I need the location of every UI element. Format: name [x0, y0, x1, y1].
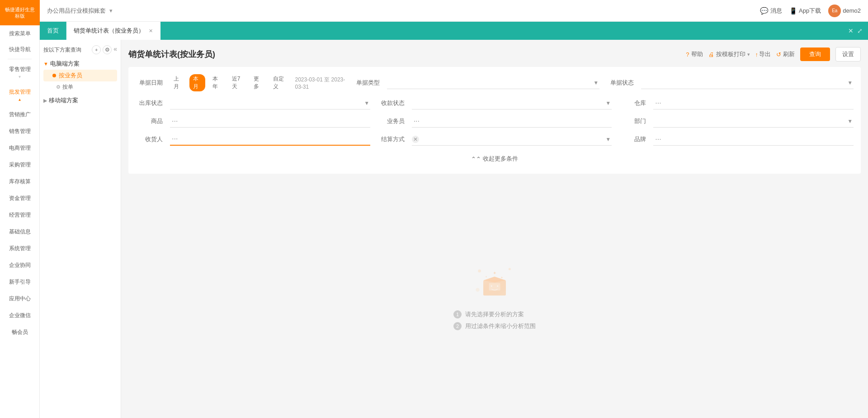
user-avatar[interactable]: Ea demo2: [828, 5, 861, 17]
tab-close-icon[interactable]: ✕: [149, 28, 153, 34]
out-status-control[interactable]: ▾: [170, 97, 370, 109]
sidebar-item-system[interactable]: 系统管理: [0, 240, 39, 257]
tab-sales-stat[interactable]: 销货单统计表（按业务员） ✕: [66, 22, 160, 40]
warehouse-control[interactable]: ···: [653, 97, 854, 109]
tip-text-1: 请先选择要分析的方案: [465, 310, 524, 318]
scheme-add-btn[interactable]: +: [92, 45, 101, 54]
filter-row-3: 商品 ··· 业务员 ··· 部门 ▾: [136, 115, 854, 128]
date-tab-thismonth[interactable]: 本月: [189, 74, 205, 91]
breadcrumb-dropdown-icon[interactable]: ▾: [109, 7, 113, 14]
tip-text-2: 用过滤条件来缩小分析范围: [465, 322, 536, 330]
sidebar-item-finance[interactable]: 资金管理: [0, 190, 39, 207]
date-tab-custom[interactable]: 自定义: [269, 74, 289, 91]
dropdown-arrow-icon: ▾: [849, 79, 852, 86]
scheme-group-desktop-title[interactable]: ▼ 电脑端方案: [43, 58, 117, 70]
svg-rect-5: [489, 283, 500, 291]
help-label: 帮助: [691, 50, 703, 58]
scheme-item-salesperson[interactable]: 按业务员: [43, 70, 117, 81]
close-window-icon[interactable]: ✕: [848, 27, 854, 34]
salesperson-control[interactable]: ···: [412, 115, 612, 128]
sidebar-item-search[interactable]: 搜索菜单: [0, 25, 39, 42]
tab-expand: ✕ ⤢: [843, 27, 868, 34]
export-btn[interactable]: ↑ 导出: [755, 50, 771, 58]
sidebar-label: 销售管理: [9, 128, 31, 135]
sidebar-item-basic[interactable]: 基础信息: [0, 223, 39, 240]
sidebar-item-corp[interactable]: 企业协同: [0, 257, 39, 274]
tab-home[interactable]: 首页: [40, 22, 66, 40]
print-btn[interactable]: 🖨 按模板打印 ▾: [708, 50, 750, 58]
clear-icon[interactable]: ✕: [412, 136, 419, 143]
sidebar-item-inventory[interactable]: 库存核算: [0, 173, 39, 190]
brand-control[interactable]: ···: [653, 133, 854, 146]
svg-point-0: [478, 270, 481, 273]
sidebar-label: 经营管理: [9, 211, 31, 219]
expand-icon: ▾: [19, 74, 21, 79]
sidebar-item-corpwechat[interactable]: 企业微信: [0, 307, 39, 324]
sidebar-label: 应用中心: [9, 295, 31, 303]
more-icon[interactable]: ···: [414, 117, 420, 125]
sidebar-item-operation[interactable]: 经营管理: [0, 207, 39, 223]
scheme-group-label: 电脑端方案: [50, 60, 80, 68]
sidebar-label: 采购管理: [9, 161, 31, 169]
more-icon[interactable]: ···: [172, 135, 178, 143]
sidebar-item-retail[interactable]: 零售管理 ▾: [0, 61, 39, 84]
more-icon[interactable]: ···: [655, 99, 661, 107]
sidebar-item-sales[interactable]: 销售管理: [0, 123, 39, 140]
date-tab-lastmonth[interactable]: 上月: [170, 74, 186, 91]
filter-row-2: 出库状态 ▾ 收款状态 ▾ 仓库 ···: [136, 97, 854, 109]
goods-control[interactable]: ···: [170, 115, 370, 128]
help-icon: ?: [686, 51, 689, 58]
brand-label: 品牌: [619, 135, 646, 143]
scheme-group-mobile-title[interactable]: ▶ 移动端方案: [43, 95, 117, 106]
date-tab-more[interactable]: 更多: [250, 74, 266, 91]
sidebar-item-marketing[interactable]: 营销推广: [0, 106, 39, 123]
print-icon: 🖨: [708, 51, 714, 58]
svg-text:✦: ✦: [493, 271, 496, 276]
settings-button[interactable]: 设置: [835, 47, 861, 62]
date-tab-7days[interactable]: 近7天: [228, 74, 246, 91]
scheme-group-desktop: ▼ 电脑端方案 按业务员 ⚙ 按单: [43, 58, 117, 93]
scheme-collapse-btn[interactable]: «: [113, 45, 117, 54]
maximize-icon[interactable]: ⤢: [857, 27, 863, 34]
header-actions: ? 帮助 🖨 按模板打印 ▾ ↑ 导出 ↺ 刷新: [686, 47, 861, 62]
scheme-group-mobile: ▶ 移动端方案: [43, 95, 117, 106]
sidebar-item-newuser[interactable]: 新手引导: [0, 274, 39, 290]
date-tab-thisyear[interactable]: 本年: [209, 74, 225, 91]
svg-point-10: [497, 285, 498, 287]
svg-text:✦: ✦: [485, 276, 487, 278]
refresh-label: 刷新: [783, 50, 795, 58]
sidebar-item-vip[interactable]: 畅会员: [0, 324, 39, 341]
refresh-btn[interactable]: ↺ 刷新: [776, 50, 795, 58]
message-btn[interactable]: 💬 消息: [760, 7, 782, 15]
sidebar-item-shortcut[interactable]: 快捷导航: [0, 42, 39, 57]
receiver-control[interactable]: ···: [170, 133, 370, 146]
settle-label: 结算方式: [377, 135, 405, 143]
dropdown-arrow-icon: ▾: [607, 100, 610, 106]
export-label: 导出: [759, 50, 771, 58]
scheme-edit-btn[interactable]: ⚙: [103, 45, 112, 54]
sidebar-item-wholesale[interactable]: 批发管理 ▴: [0, 84, 39, 106]
message-icon: 💬: [760, 7, 769, 15]
collapse-row[interactable]: ⌃⌃ 收起更多条件: [136, 151, 854, 166]
doc-status-control[interactable]: ▾: [641, 76, 854, 89]
sidebar-item-appcenter[interactable]: 应用中心: [0, 290, 39, 307]
dropdown-arrow-icon: ▾: [607, 136, 610, 142]
settle-control[interactable]: ✕ ▾: [412, 133, 612, 146]
sidebar-item-purchase[interactable]: 采购管理: [0, 157, 39, 173]
sidebar-label: 企业微信: [9, 312, 31, 319]
more-icon[interactable]: ···: [172, 117, 178, 125]
sidebar-divider: [8, 59, 31, 59]
logo-text: 畅捷通好生意标版: [5, 6, 35, 19]
help-btn[interactable]: ? 帮助: [686, 50, 703, 58]
dept-control[interactable]: ▾: [653, 115, 854, 128]
more-icon[interactable]: ···: [655, 135, 661, 143]
scheme-panel-title: 按以下方案查询: [43, 46, 81, 54]
doc-type-control[interactable]: ▾: [387, 76, 599, 89]
app-download-btn[interactable]: 📱 App下载: [789, 7, 821, 15]
dept-label: 部门: [619, 117, 646, 125]
sidebar-item-ecommerce[interactable]: 电商管理: [0, 140, 39, 157]
sidebar-label: 系统管理: [9, 245, 31, 252]
query-button[interactable]: 查询: [800, 48, 830, 61]
collect-status-control[interactable]: ▾: [412, 97, 612, 109]
scheme-item-order[interactable]: ⚙ 按单: [43, 81, 117, 93]
